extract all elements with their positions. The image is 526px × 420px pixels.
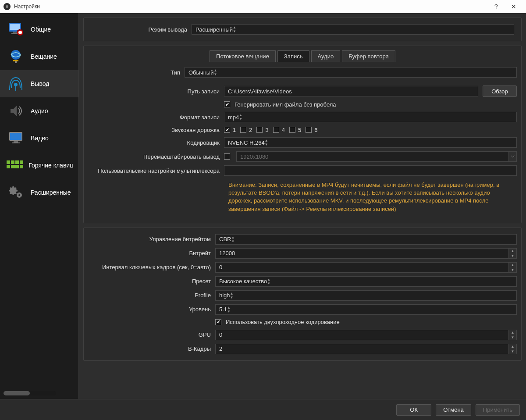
sidebar-scrollbar[interactable] [4, 391, 56, 395]
preset-select[interactable]: Высокое качество▲▼ [215, 276, 517, 287]
svg-rect-19 [15, 160, 19, 164]
app-icon [4, 3, 11, 10]
sidebar-item-general[interactable]: Общие [0, 16, 78, 43]
close-button[interactable]: ✕ [505, 3, 522, 10]
bframes-spinner[interactable]: 2▲▼ [215, 344, 517, 354]
rate-control-label: Управление битрейтом [88, 236, 215, 242]
mux-label: Пользовательские настройки мультиплексор… [88, 167, 224, 174]
gpu-spinner[interactable]: 0▲▼ [215, 330, 517, 340]
encoder-label: Кодировщик [88, 139, 224, 146]
gpu-label: GPU [88, 331, 215, 338]
browse-button[interactable]: Обзор [483, 85, 517, 97]
preset-label: Пресет [88, 278, 215, 285]
svg-point-27 [18, 194, 20, 196]
type-label: Тип [88, 69, 185, 76]
cancel-button[interactable]: Отмена [436, 404, 471, 416]
sidebar-item-label: Вещание [31, 53, 57, 60]
sidebar-item-label: Расширенные [31, 189, 71, 196]
profile-select[interactable]: high▲▼ [215, 290, 517, 301]
svg-rect-1 [10, 24, 20, 30]
track-4-checkbox[interactable] [273, 127, 279, 133]
sidebar-item-label: Аудио [31, 107, 48, 114]
apply-button[interactable]: Применить [476, 404, 520, 416]
level-label: Уровень [88, 306, 215, 313]
svg-rect-18 [11, 160, 14, 164]
svg-rect-14 [10, 133, 21, 140]
track-3-checkbox[interactable] [256, 127, 263, 133]
keyint-spinner[interactable]: 0▲▼ [215, 262, 517, 273]
svg-rect-23 [20, 165, 23, 168]
antenna-icon [5, 75, 26, 93]
sidebar-item-video[interactable]: Видео [0, 125, 78, 152]
svg-rect-15 [14, 141, 18, 142]
rescale-select: 1920x1080 [236, 151, 517, 162]
rescale-value: 1920x1080 [240, 153, 268, 160]
output-mode-select[interactable]: Расширенный ▲▼ [192, 24, 514, 35]
sidebar-item-audio[interactable]: Аудио [0, 97, 78, 125]
profile-label: Profile [88, 292, 215, 299]
encoder-select[interactable]: NVENC H.264 ▲▼ [224, 137, 517, 148]
track-6-checkbox[interactable] [306, 127, 312, 133]
sidebar-item-label: Горячие клавиши [28, 162, 73, 169]
sidebar-item-label: Видео [31, 135, 49, 142]
bitrate-spinner[interactable]: 12000▲▼ [215, 248, 517, 259]
settings-sidebar: Общие Вещание Вывод Аудио Видео [0, 13, 79, 399]
svg-point-7 [11, 50, 21, 60]
recording-type-select[interactable]: Обычный ▲▼ [185, 67, 517, 78]
tab-recording[interactable]: Запись [277, 50, 309, 62]
sidebar-item-label: Вывод [31, 80, 49, 87]
svg-rect-9 [13, 60, 18, 61]
output-mode-value: Расширенный [195, 26, 233, 33]
mux-settings-input[interactable] [224, 165, 517, 176]
titlebar: Настройки ? ✕ [0, 0, 526, 13]
path-label: Путь записи [88, 88, 224, 95]
speaker-icon [5, 102, 26, 120]
recording-format-select[interactable]: mp4 ▲▼ [224, 112, 517, 122]
tracks-label: Звуковая дорожка [88, 127, 224, 133]
tab-replay-buffer[interactable]: Буфер повтора [342, 50, 395, 62]
help-button[interactable]: ? [487, 3, 505, 10]
output-mode-label: Режим вывода [91, 26, 192, 33]
recording-path-value: C:\Users\Alfawise\Videos [228, 88, 292, 95]
twopass-label: Использовать двухпроходное кодирование [226, 319, 340, 325]
tab-streaming[interactable]: Потоковое вещание [210, 50, 276, 62]
recording-path-input[interactable]: C:\Users\Alfawise\Videos [224, 86, 478, 96]
svg-rect-16 [12, 142, 20, 143]
tab-audio[interactable]: Аудио [311, 50, 341, 62]
svg-rect-17 [7, 160, 10, 164]
output-tabs: Потоковое вещание Запись Аудио Буфер пов… [84, 46, 521, 62]
encoder-value: NVENC H.264 [228, 139, 265, 146]
rescale-label: Перемасштабировать вывод [88, 153, 224, 160]
track-2-checkbox[interactable] [240, 127, 246, 133]
svg-rect-2 [13, 32, 17, 33]
sidebar-item-hotkeys[interactable]: Горячие клавиши [0, 152, 78, 179]
track-5-checkbox[interactable] [289, 127, 295, 133]
twopass-checkbox[interactable] [215, 319, 221, 325]
gears-icon [5, 183, 26, 202]
sidebar-item-stream[interactable]: Вещание [0, 43, 78, 70]
output-mode-panel: Режим вывода Расширенный ▲▼ [83, 18, 522, 41]
monitor-gear-icon [5, 20, 26, 39]
rate-control-select[interactable]: CBR▲▼ [215, 234, 517, 245]
rescale-checkbox[interactable] [224, 153, 230, 160]
sidebar-item-output[interactable]: Вывод [0, 70, 78, 97]
globe-stream-icon [5, 47, 26, 66]
gen-filename-label: Генерировать имя файла без пробела [235, 101, 336, 108]
bframes-label: B-Кадры [88, 345, 215, 352]
level-select[interactable]: 5.1▲▼ [215, 304, 517, 315]
svg-rect-22 [11, 165, 19, 168]
format-label: Формат записи [88, 114, 224, 121]
svg-point-5 [18, 31, 22, 34]
encoder-settings-panel: Управление битрейтом CBR▲▼ Битрейт 12000… [83, 228, 522, 361]
svg-rect-20 [20, 160, 23, 164]
gen-filename-checkbox[interactable] [224, 101, 230, 107]
sidebar-item-advanced[interactable]: Расширенные [0, 179, 78, 206]
main-content: Режим вывода Расширенный ▲▼ Потоковое ве… [79, 13, 526, 399]
ok-button[interactable]: ОК [396, 404, 431, 416]
sidebar-item-label: Общие [31, 26, 51, 33]
track-1-checkbox[interactable] [224, 127, 230, 133]
svg-rect-21 [7, 165, 10, 168]
monitor-icon [5, 129, 26, 147]
recording-format-value: mp4 [228, 114, 239, 121]
recording-type-value: Обычный [188, 69, 213, 76]
